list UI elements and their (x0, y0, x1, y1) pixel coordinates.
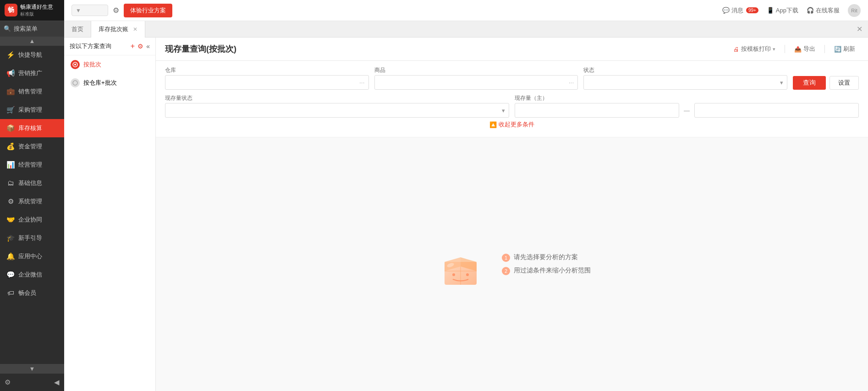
sidebar-item-wechat[interactable]: 💬 企业微信 (0, 266, 64, 284)
message-icon: 💬 (722, 7, 730, 14)
sidebar-item-guide[interactable]: 🎓 新手引导 (0, 229, 64, 247)
export-btn[interactable]: 📤 导出 (791, 43, 819, 55)
warehouse-more-icon[interactable]: ··· (359, 79, 365, 86)
empty-tip-2: 2 用过滤条件来缩小分析范围 (502, 266, 591, 275)
search-icon: 🔍 (4, 25, 11, 32)
sidebar-search[interactable]: 🔍 搜索菜单 (0, 21, 64, 37)
status-select[interactable]: ▾ (583, 75, 787, 90)
svg-point-9 (466, 273, 469, 276)
settings-gear-icon[interactable]: ⚙ (113, 6, 119, 15)
sidebar-item-finance[interactable]: 💰 资金管理 (0, 137, 64, 156)
headset-icon: 🎧 (807, 7, 814, 14)
add-scheme-btn[interactable]: + (131, 42, 135, 50)
sidebar-nav: ⚡ 快捷导航 📢 营销推广 💼 销售管理 🛒 采购管理 📦 库存核算 💰 资金管… (0, 46, 64, 364)
experience-btn[interactable]: 体验行业方案 (124, 4, 172, 17)
tabbar: 首页 库存批次账 ✕ ✕ (64, 21, 868, 38)
quantity-to-input[interactable] (694, 103, 859, 118)
stock-status-filter: 现存量状态 ▾ (165, 94, 509, 118)
apps-icon: 🔔 (6, 252, 15, 261)
sidebar-scroll-down[interactable]: ▼ (0, 364, 64, 373)
quantity-dash: — (682, 107, 692, 114)
filter-section: 仓库 ··· 商品 ··· (156, 61, 868, 137)
right-panel: 现存量查询(按批次) 🖨 按模板打印 ▾ 📤 导出 🔄 (156, 38, 868, 391)
topbar: ▼ ⚙ 体验行业方案 💬 消息 99+ 📱 App下载 🎧 在线客服 Rit (64, 0, 868, 21)
messages-badge: 99+ (746, 7, 758, 13)
filter-row-1: 仓库 ··· 商品 ··· (165, 66, 859, 90)
app-title: 畅康通好生意 标准版 (20, 4, 53, 17)
query-button[interactable]: 查询 (793, 76, 826, 90)
sidebar-item-sales[interactable]: 💼 销售管理 (0, 82, 64, 101)
page-header: 现存量查询(按批次) 🖨 按模板打印 ▾ 📤 导出 🔄 (156, 38, 868, 61)
scheme-settings-btn[interactable]: ⚙ (137, 43, 143, 50)
inventory-icon: 📦 (6, 124, 15, 132)
svg-point-8 (452, 273, 455, 276)
status-filter: 状态 ▾ (583, 66, 787, 90)
settings-button[interactable]: 设置 (830, 76, 859, 90)
tab-home[interactable]: 首页 (64, 21, 91, 38)
sales-icon: 💼 (6, 87, 15, 96)
sidebar-item-enterprise[interactable]: 🤝 企业协同 (0, 211, 64, 229)
print-icon: 🖨 (733, 46, 739, 53)
sidebar-item-apps[interactable]: 🔔 应用中心 (0, 247, 64, 266)
marketing-icon: 📢 (6, 69, 15, 77)
sidebar-item-purchase[interactable]: 🛒 采购管理 (0, 101, 64, 119)
guide-icon: 🎓 (6, 234, 15, 242)
print-btn[interactable]: 🖨 按模板打印 ▾ (730, 43, 779, 55)
quantity-filter: 现存量（主） — (515, 94, 859, 118)
tab-close-btn[interactable]: ✕ (133, 26, 137, 33)
action-divider-2 (824, 45, 825, 53)
sidebar-item-inventory[interactable]: 📦 库存核算 (0, 119, 64, 137)
empty-state: 1 请先选择要分析的方案 2 用过滤条件来缩小分析范围 (156, 137, 868, 391)
tab-inventory-batch[interactable]: 库存批次账 ✕ (91, 21, 145, 38)
quantity-from-input[interactable] (515, 103, 679, 118)
sidebar-scroll-up[interactable]: ▲ (0, 37, 64, 46)
left-panel: 按以下方案查询 + ⚙ « 按批次 按仓库+批次 (64, 38, 156, 391)
sidebar-item-quick-nav[interactable]: ⚡ 快捷导航 (0, 46, 64, 64)
product-input[interactable]: ··· (374, 75, 578, 90)
left-panel-header: 按以下方案查询 + ⚙ « (64, 38, 155, 55)
collapse-more-btn[interactable]: 🔼 收起更多条件 (165, 118, 859, 131)
quantity-range: — (515, 103, 859, 118)
topbar-left: ▼ ⚙ 体验行业方案 (71, 4, 172, 17)
system-icon: ⚙ (6, 197, 15, 206)
print-dropdown-icon[interactable]: ▾ (773, 46, 775, 52)
scheme-by-batch[interactable]: 按批次 (64, 55, 155, 74)
finance-icon: 💰 (6, 142, 15, 151)
sidebar-item-operations[interactable]: 📊 经营管理 (0, 156, 64, 174)
warehouse-input[interactable]: ··· (165, 75, 369, 90)
sidebar-item-member[interactable]: 🏷 畅会员 (0, 284, 64, 302)
sidebar-collapse-btn[interactable]: ◀ (54, 378, 60, 386)
refresh-btn[interactable]: 🔄 刷新 (830, 43, 859, 55)
app-download-icon: 📱 (767, 7, 774, 14)
svg-point-1 (74, 64, 76, 65)
sidebar-item-marketing[interactable]: 📢 营销推广 (0, 64, 64, 82)
sidebar-footer: ⚙ ◀ (0, 373, 64, 391)
scheme-by-warehouse-batch[interactable]: 按仓库+批次 (64, 74, 155, 92)
left-panel-actions: + ⚙ « (131, 42, 150, 50)
action-divider-1 (785, 45, 785, 53)
quick-nav-icon: ⚡ (6, 51, 15, 59)
status-label: 状态 (583, 66, 787, 74)
workspace-selector[interactable]: ▼ (71, 5, 108, 16)
collapse-panel-btn[interactable]: « (146, 43, 150, 50)
messages-btn[interactable]: 💬 消息 99+ (722, 6, 758, 15)
export-icon: 📤 (794, 46, 802, 53)
stock-status-select[interactable]: ▾ (165, 103, 509, 118)
sidebar-header: 畅 畅康通好生意 标准版 (0, 0, 64, 21)
page-title: 现存量查询(按批次) (165, 43, 236, 54)
sidebar-item-system[interactable]: ⚙ 系统管理 (0, 192, 64, 211)
main-area: ▼ ⚙ 体验行业方案 💬 消息 99+ 📱 App下载 🎧 在线客服 Rit (64, 0, 868, 391)
empty-tips: 1 请先选择要分析的方案 2 用过滤条件来缩小分析范围 (502, 253, 591, 275)
app-logo: 畅 (5, 4, 17, 16)
product-more-icon[interactable]: ··· (569, 79, 574, 86)
sidebar-item-basic[interactable]: 🗂 基础信息 (0, 174, 64, 192)
app-download-btn[interactable]: 📱 App下载 (767, 6, 798, 15)
tip-num-1: 1 (502, 254, 510, 262)
warehouse-label: 仓库 (165, 66, 369, 74)
online-service-btn[interactable]: 🎧 在线客服 (807, 6, 840, 15)
collapse-icon: 🔼 (489, 121, 497, 128)
user-profile[interactable]: Rit (848, 4, 861, 17)
svg-point-2 (73, 81, 77, 85)
sidebar-settings-btn[interactable]: ⚙ (5, 378, 11, 386)
close-all-tabs-btn[interactable]: ✕ (851, 21, 868, 38)
